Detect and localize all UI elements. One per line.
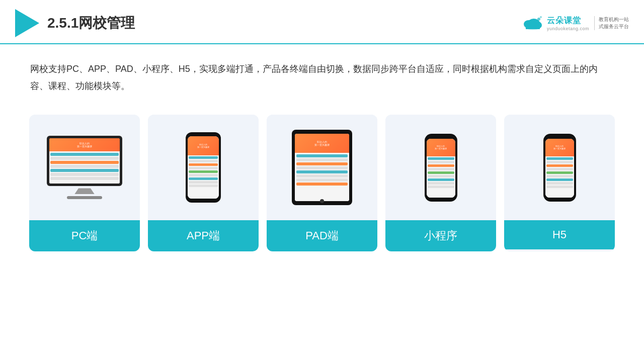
device-app-phone-icon: 职达人的第一堂兴趣课	[186, 132, 221, 203]
cloud-icon	[522, 15, 544, 31]
card-app-label: APP端	[148, 220, 259, 251]
device-tablet-icon: 职达人的第一堂兴趣课	[292, 130, 352, 205]
card-app-image: 职达人的第一堂兴趣课	[148, 115, 259, 220]
card-pad-image: 职达人的第一堂兴趣课	[267, 115, 377, 220]
description-text: 网校支持PC、APP、PAD、小程序、H5，实现多端打通，产品各终端自由切换，数…	[30, 60, 614, 95]
brand-slogan-wrap: 教育机构一站 式服务云平台	[594, 16, 629, 30]
svg-rect-5	[526, 25, 540, 29]
brand-logo: 云朵课堂 yunduoketang.com 教育机构一站 式服务云平台	[522, 15, 629, 31]
card-miniapp-label: 小程序	[385, 220, 496, 251]
brand-name: 云朵课堂	[547, 16, 589, 26]
card-pc: 职达人的第一堂兴趣课	[29, 115, 140, 251]
description: 网校支持PC、APP、PAD、小程序、H5，实现多端打通，产品各终端自由切换，数…	[0, 44, 644, 100]
device-h5-phone-icon: 职达人的第一堂兴趣课	[543, 134, 576, 202]
logo-triangle-icon	[15, 9, 39, 37]
brand-text: 云朵课堂 yunduoketang.com	[547, 16, 589, 31]
card-h5-label: H5	[504, 220, 615, 249]
card-pc-image: 职达人的第一堂兴趣课	[29, 115, 140, 220]
card-pad: 职达人的第一堂兴趣课 PAD端	[267, 115, 377, 251]
device-miniapp-phone-icon: 职达人的第一堂兴趣课	[425, 134, 457, 202]
cards-container: 职达人的第一堂兴趣课	[0, 100, 644, 261]
card-miniapp-image: 职达人的第一堂兴趣课	[385, 115, 496, 220]
header: 2.5.1网校管理 云朵课堂 yunduoketang.com 教育机构一站	[0, 0, 644, 44]
card-h5-image: 职达人的第一堂兴趣课	[504, 115, 615, 220]
svg-point-6	[537, 18, 540, 21]
device-pc-icon: 职达人的第一堂兴趣课	[47, 136, 122, 199]
page-title: 2.5.1网校管理	[47, 14, 135, 33]
brand-url: yunduoketang.com	[547, 26, 589, 31]
card-pc-label: PC端	[29, 220, 140, 251]
card-app: 职达人的第一堂兴趣课	[148, 115, 259, 251]
card-h5: 职达人的第一堂兴趣课	[504, 115, 615, 251]
card-miniapp: 职达人的第一堂兴趣课	[385, 115, 496, 251]
header-right: 云朵课堂 yunduoketang.com 教育机构一站 式服务云平台	[522, 15, 629, 31]
header-left: 2.5.1网校管理	[15, 9, 135, 37]
svg-point-7	[540, 16, 542, 18]
brand-slogan-line2: 式服务云平台	[599, 23, 629, 30]
card-pad-label: PAD端	[267, 220, 377, 251]
brand-slogan-line1: 教育机构一站	[599, 16, 629, 23]
